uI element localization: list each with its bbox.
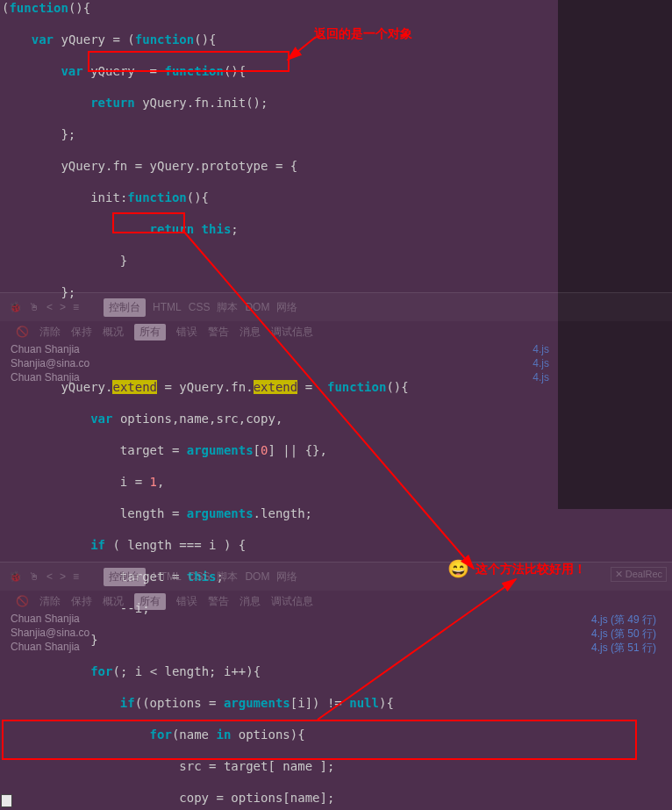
devtools2-sub-error[interactable]: 错误	[176, 594, 197, 609]
console1-row-0: Chuan Shanjia	[11, 343, 80, 355]
devtools-sub-error[interactable]: 错误	[176, 325, 197, 340]
console2-file-1[interactable]: 4.js (第 50 行)	[591, 627, 656, 642]
devtools2-tab-css[interactable]: CSS	[189, 570, 211, 583]
console1-row-1: Shanjia@sina.co	[11, 357, 89, 369]
devtools-sub-debug[interactable]: 调试信息	[271, 325, 313, 340]
grin-emoji-icon: 😄	[447, 558, 469, 579]
devtools2-icon-menu[interactable]: ≡	[73, 570, 79, 583]
devtools-sub-clear[interactable]: 清除	[39, 325, 61, 340]
devtools-sub-2: 🚫 清除 保持 概况 所有 错误 警告 消息 调试信息	[0, 590, 672, 613]
devtools2-icon-right[interactable]: >	[60, 570, 66, 583]
console1-file-0[interactable]: 4.js	[533, 343, 549, 355]
devtools-icon-right[interactable]: >	[60, 301, 66, 313]
text-cursor-box	[1, 794, 12, 807]
devtools2-tab-console[interactable]: 控制台	[104, 568, 146, 586]
devtools2-icon-bug[interactable]: 🐞	[9, 570, 22, 583]
devtools2-sub-profile[interactable]: 概况	[103, 594, 124, 609]
console2-file-0[interactable]: 4.js (第 49 行)	[591, 613, 656, 627]
devtools-tab-script[interactable]: 脚本	[217, 300, 238, 315]
devtools2-tab-script[interactable]: 脚本	[217, 570, 238, 584]
devtools-sub-profile[interactable]: 概况	[103, 325, 124, 340]
devtools-tab-html[interactable]: HTML	[153, 301, 182, 313]
kw-function: function	[9, 1, 68, 15]
devtools-sub-all[interactable]: 所有	[134, 324, 166, 340]
console2-row-2: Chuan Shanjia	[11, 641, 80, 653]
code-area: (function(){ var yQuery = (function(){ v…	[0, 0, 672, 810]
devtools-sub-1: 🚫 清除 保持 概况 所有 错误 警告 消息 调试信息	[0, 320, 672, 343]
devtools-icon-stop[interactable]: 🚫	[16, 326, 29, 338]
devtools2-tab-net[interactable]: 网络	[276, 570, 297, 584]
devtools2-icon-stop[interactable]: 🚫	[16, 595, 29, 607]
console2-row-0: Chuan Shanjia	[11, 613, 80, 625]
devtools-tab-console[interactable]: 控制台	[104, 298, 146, 317]
devtools-sub-warn[interactable]: 警告	[208, 325, 229, 340]
devtools2-sub-warn[interactable]: 警告	[208, 594, 229, 609]
devtools2-tab-dom[interactable]: DOM	[245, 570, 269, 583]
console1-file-1[interactable]: 4.js	[533, 357, 549, 369]
devtools2-sub-clear[interactable]: 清除	[39, 594, 61, 609]
devtools-sub-msg[interactable]: 消息	[239, 325, 261, 340]
annotation-top: 返回的是一个对象	[314, 26, 412, 42]
devtools2-sub-msg[interactable]: 消息	[239, 594, 261, 609]
devtools2-sub-all[interactable]: 所有	[134, 593, 166, 610]
devtools-tab-css[interactable]: CSS	[189, 301, 211, 313]
devtools-tab-dom[interactable]: DOM	[245, 301, 269, 313]
console2-row-1: Shanjia@sina.co	[11, 627, 89, 639]
console1-file-2[interactable]: 4.js	[533, 371, 549, 383]
devtools-icon-left[interactable]: <	[46, 301, 53, 313]
console2-file-2[interactable]: 4.js (第 51 行)	[591, 641, 656, 656]
devtools-tab-net[interactable]: 网络	[276, 300, 297, 315]
devtools2-icon-pointer[interactable]: 🖱	[29, 570, 39, 583]
devtools2-sub-keep[interactable]: 保持	[71, 594, 92, 609]
devtools2-tab-html[interactable]: HTML	[153, 570, 182, 583]
devtools2-icon-left[interactable]: <	[46, 570, 53, 583]
console1-row-2: Chuan Shanjia	[11, 371, 80, 383]
devtools-sub-keep[interactable]: 保持	[71, 325, 92, 340]
right-dark-panel	[558, 0, 672, 509]
devtools-icon-menu[interactable]: ≡	[73, 301, 79, 313]
devtools-icon-pointer[interactable]: 🖱	[29, 301, 39, 313]
devtools-icon-bug[interactable]: 🐞	[9, 301, 22, 313]
dealrec-button[interactable]: ✕ DealRec	[611, 567, 667, 582]
annotation-bottom: 这个方法比较好用！	[475, 562, 586, 577]
devtools-bar-1: 🐞 🖱 < > ≡ 控制台 HTML CSS 脚本 DOM 网络	[0, 292, 672, 321]
devtools2-sub-debug[interactable]: 调试信息	[271, 594, 313, 609]
